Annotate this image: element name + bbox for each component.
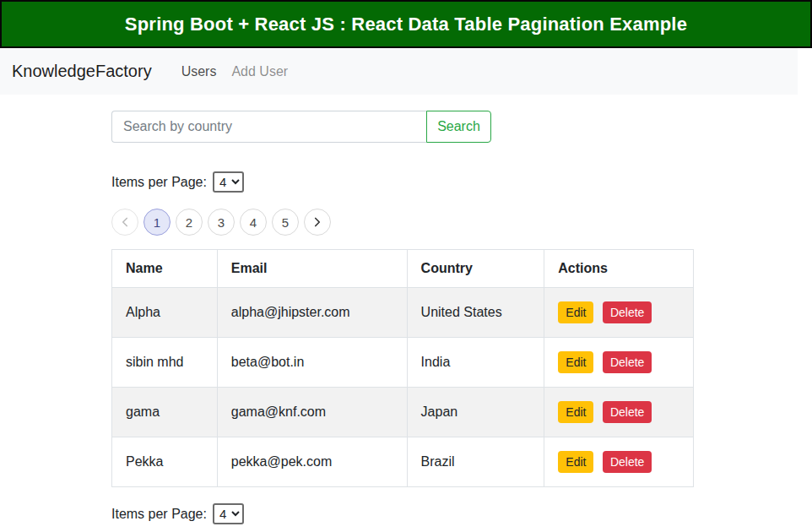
page-banner: Spring Boot + React JS : React Data Tabl… <box>0 0 812 48</box>
items-per-page-bottom: Items per Page: 4 <box>111 503 694 524</box>
search-bar: Search <box>111 111 491 143</box>
table-row: Alpha alpha@jhipster.com United States E… <box>112 288 694 338</box>
cell-country: United States <box>407 288 544 338</box>
items-per-page-select[interactable]: 4 <box>213 171 244 193</box>
nav-link-add-user[interactable]: Add User <box>224 57 295 86</box>
delete-button[interactable]: Delete <box>603 301 652 323</box>
table-header-row: Name Email Country Actions <box>112 250 694 288</box>
navbar-brand[interactable]: KnowledgeFactory <box>12 62 152 81</box>
main-content: Search Items per Page: 4 1 2 3 4 5 Name … <box>111 111 694 532</box>
column-header-country: Country <box>407 250 544 288</box>
pagination-page-3[interactable]: 3 <box>208 209 235 236</box>
delete-button[interactable]: Delete <box>603 351 652 373</box>
pagination-page-5[interactable]: 5 <box>272 209 299 236</box>
chevron-right-icon <box>312 217 322 227</box>
pagination-top: 1 2 3 4 5 <box>111 209 694 236</box>
pagination-prev-button[interactable] <box>111 209 138 236</box>
cell-email: alpha@jhipster.com <box>217 288 407 338</box>
pagination-page-1[interactable]: 1 <box>143 209 171 236</box>
chevron-left-icon <box>120 217 130 227</box>
items-per-page-label: Items per Page: <box>111 175 207 190</box>
search-input[interactable] <box>111 111 426 143</box>
cell-name: Alpha <box>112 288 218 338</box>
items-per-page-label: Items per Page: <box>111 507 207 522</box>
cell-actions: Edit Delete <box>544 388 694 437</box>
cell-country: Brazil <box>407 437 544 487</box>
pagination-page-4[interactable]: 4 <box>240 209 267 236</box>
edit-button[interactable]: Edit <box>558 451 593 473</box>
cell-country: India <box>407 338 544 388</box>
cell-email: gama@knf.com <box>217 388 407 437</box>
nav-link-users[interactable]: Users <box>174 57 225 86</box>
table-row: sibin mhd beta@bot.in India Edit Delete <box>112 338 694 388</box>
column-header-email: Email <box>217 250 407 288</box>
edit-button[interactable]: Edit <box>558 351 593 373</box>
cell-actions: Edit Delete <box>544 338 694 388</box>
edit-button[interactable]: Edit <box>558 401 593 423</box>
users-table: Name Email Country Actions Alpha alpha@j… <box>111 249 694 487</box>
delete-button[interactable]: Delete <box>603 451 652 473</box>
table-row: Pekka pekka@pek.com Brazil Edit Delete <box>112 437 694 487</box>
column-header-name: Name <box>112 250 218 288</box>
pagination-next-button[interactable] <box>304 209 331 236</box>
cell-name: sibin mhd <box>112 338 218 388</box>
pagination-page-2[interactable]: 2 <box>176 209 203 236</box>
delete-button[interactable]: Delete <box>603 401 652 423</box>
edit-button[interactable]: Edit <box>558 301 593 323</box>
items-per-page-select[interactable]: 4 <box>213 503 244 524</box>
column-header-actions: Actions <box>544 250 694 288</box>
items-per-page-top: Items per Page: 4 <box>111 171 694 193</box>
search-button[interactable]: Search <box>426 111 491 143</box>
cell-country: Japan <box>407 388 544 437</box>
cell-actions: Edit Delete <box>544 437 694 487</box>
table-row: gama gama@knf.com Japan Edit Delete <box>112 388 694 437</box>
page-title: Spring Boot + React JS : React Data Tabl… <box>125 14 687 35</box>
cell-email: beta@bot.in <box>217 338 407 388</box>
navbar: KnowledgeFactory Users Add User <box>0 48 798 95</box>
cell-name: gama <box>112 388 218 437</box>
cell-email: pekka@pek.com <box>217 437 407 487</box>
cell-actions: Edit Delete <box>544 288 694 338</box>
cell-name: Pekka <box>112 437 218 487</box>
